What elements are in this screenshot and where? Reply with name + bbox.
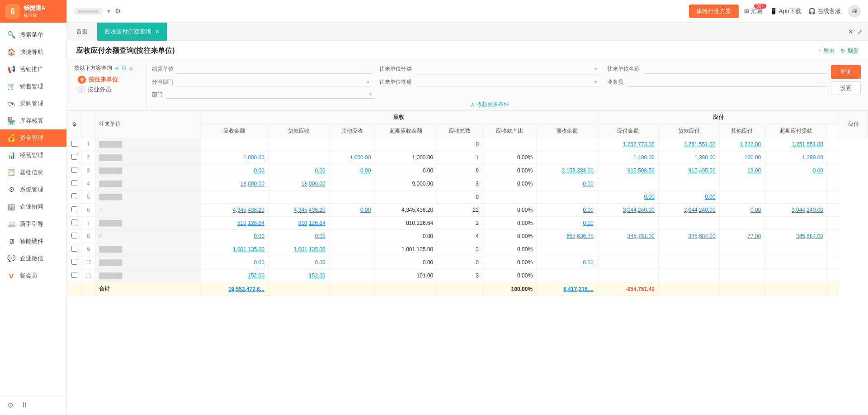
- row-ar-amount[interactable]: 18,000.00: [200, 177, 268, 191]
- row-ap-amount[interactable]: 345,761.00: [597, 230, 658, 243]
- row-ar-amount[interactable]: 152.00: [200, 269, 268, 282]
- setting-button[interactable]: 设置: [831, 81, 861, 95]
- row-ar-amount[interactable]: 1,000.00: [200, 151, 268, 164]
- promote-button[interactable]: 体验行业方案: [689, 5, 739, 18]
- row-ar-loan[interactable]: 0.00: [268, 256, 329, 269]
- row-checkbox-cell[interactable]: [67, 256, 82, 269]
- row-ap-amount[interactable]: 1,252,773.00: [597, 138, 658, 151]
- row-ar-other[interactable]: 0.00: [329, 164, 375, 177]
- export-button[interactable]: ↑ 导出: [819, 47, 835, 55]
- row-ar-prepaid[interactable]: 0.00: [537, 217, 598, 230]
- sidebar-item-wechat[interactable]: 💬 企业微信: [0, 250, 66, 267]
- partner-category-select[interactable]: ▼: [415, 65, 599, 73]
- department-select[interactable]: ▼: [166, 91, 375, 99]
- row-checkbox[interactable]: [71, 233, 77, 239]
- row-checkbox-cell[interactable]: [67, 204, 82, 217]
- sidebar-item-hardware[interactable]: 🖥 智能硬件: [0, 233, 66, 250]
- row-ap-loan[interactable]: 3,044,240.00: [658, 204, 719, 217]
- online-service-btn[interactable]: 🎧 在线客服: [808, 7, 841, 15]
- table-settings-col[interactable]: ⚙: [67, 111, 82, 138]
- footer-ar-prepaid[interactable]: 6,417,215....: [537, 282, 598, 296]
- sidebar-item-baseinfo[interactable]: 📋 基础信息: [0, 164, 66, 181]
- row-ar-amount[interactable]: 810,126.64: [200, 217, 268, 230]
- row-checkbox-cell[interactable]: [67, 269, 82, 282]
- header-gear-icon[interactable]: ⚙: [115, 7, 121, 15]
- row-ap-overdue[interactable]: 345,684.00: [765, 230, 827, 243]
- row-ar-prepaid[interactable]: 0.00: [537, 177, 598, 191]
- filter-add-icon[interactable]: +: [115, 64, 119, 72]
- row-ap-other[interactable]: 77.00: [719, 230, 765, 243]
- row-ap-overdue[interactable]: 0.00: [765, 164, 827, 177]
- row-ap-other[interactable]: 100.00: [719, 151, 765, 164]
- row-ap-loan[interactable]: 345,684.00: [658, 230, 719, 243]
- row-checkbox-cell[interactable]: [67, 217, 82, 230]
- row-ar-prepaid[interactable]: 0.00: [537, 256, 598, 269]
- filter-collapse-icon[interactable]: «: [129, 65, 132, 72]
- row-checkbox-cell[interactable]: [67, 243, 82, 256]
- row-ar-prepaid[interactable]: 0.00: [537, 204, 598, 217]
- row-ap-loan[interactable]: 0.00: [658, 191, 719, 204]
- settlement-unit-input[interactable]: ···: [177, 64, 372, 74]
- row-ar-amount[interactable]: 0.00: [200, 230, 268, 243]
- row-ap-amount[interactable]: 0.00: [597, 191, 658, 204]
- sidebar-item-sales[interactable]: 🛒 销售管理: [0, 78, 66, 95]
- refresh-button[interactable]: ↻ 刷新: [840, 47, 859, 55]
- user-avatar[interactable]: Rit: [848, 5, 861, 18]
- row-checkbox[interactable]: [71, 272, 77, 278]
- tab-close-icon[interactable]: ✕: [155, 29, 160, 35]
- row-ap-overdue[interactable]: 1,390.00: [765, 151, 827, 164]
- sidebar-item-search[interactable]: 🔍 搜索菜单: [0, 26, 66, 43]
- row-ar-other[interactable]: 1,000.00: [329, 151, 375, 164]
- row-checkbox[interactable]: [71, 141, 77, 147]
- row-ap-amount[interactable]: 3,044,240.00: [597, 204, 658, 217]
- row-ap-other[interactable]: 0.00: [719, 204, 765, 217]
- tab-arquery[interactable]: 应收应付余额查询 ✕: [97, 23, 167, 41]
- salesperson-input[interactable]: ···: [627, 77, 827, 87]
- scheme-option-partner[interactable]: 业 按往来单位: [78, 76, 141, 84]
- row-ar-loan[interactable]: 4,345,436.20: [268, 204, 329, 217]
- sidebar-footer-settings-icon[interactable]: ⚙: [7, 401, 14, 410]
- row-ar-amount[interactable]: 4,345,436.20: [200, 204, 268, 217]
- app-download-btn[interactable]: 📱 App下载: [770, 7, 801, 15]
- row-ar-loan[interactable]: 1,001,135.00: [268, 243, 329, 256]
- row-ar-amount[interactable]: 1,001,135.00: [200, 243, 268, 256]
- row-checkbox-cell[interactable]: [67, 138, 82, 151]
- row-checkbox[interactable]: [71, 246, 77, 252]
- row-ar-amount[interactable]: 0.00: [200, 256, 268, 269]
- query-button[interactable]: 查询: [831, 65, 861, 79]
- row-ar-loan[interactable]: 0.00: [268, 164, 329, 177]
- collapse-more-btn[interactable]: ∧ 收起更多条件: [152, 100, 827, 108]
- row-checkbox[interactable]: [71, 206, 77, 212]
- row-checkbox[interactable]: [71, 259, 77, 265]
- sidebar-item-warehouse[interactable]: 🏪 库存核算: [0, 112, 66, 129]
- row-ar-other[interactable]: 0.00: [329, 204, 375, 217]
- row-ar-loan[interactable]: 152.00: [268, 269, 329, 282]
- row-ar-loan[interactable]: 18,000.00: [268, 177, 329, 191]
- row-ap-overdue[interactable]: 3,044,240.00: [765, 204, 827, 217]
- row-ar-loan[interactable]: 0.00: [268, 230, 329, 243]
- row-ap-other[interactable]: 13.00: [719, 164, 765, 177]
- row-checkbox[interactable]: [71, 180, 77, 186]
- row-checkbox-cell[interactable]: [67, 164, 82, 177]
- row-ap-loan[interactable]: 915,495.56: [658, 164, 719, 177]
- partner-nature-select[interactable]: ▼: [415, 78, 599, 86]
- row-ap-loan[interactable]: 1,390.00: [658, 151, 719, 164]
- partner-name-input[interactable]: [643, 64, 827, 74]
- tab-expand-icon[interactable]: ⤢: [857, 28, 863, 35]
- row-checkbox[interactable]: [71, 219, 77, 225]
- scheme-option-salesperson[interactable]: ◎ 按业务员: [78, 86, 141, 94]
- row-ar-amount[interactable]: 0.00: [200, 164, 268, 177]
- row-ap-loan[interactable]: 1,251,551.00: [658, 138, 719, 151]
- row-checkbox-cell[interactable]: [67, 151, 82, 164]
- row-checkbox[interactable]: [71, 167, 77, 173]
- row-ar-loan[interactable]: 810,126.64: [268, 217, 329, 230]
- sidebar-item-marketing[interactable]: 📢 营销推广: [0, 61, 66, 78]
- row-ar-prepaid[interactable]: 655,636.75: [537, 230, 598, 243]
- dept-manager-select[interactable]: ▼: [177, 78, 372, 86]
- row-checkbox[interactable]: [71, 193, 77, 199]
- filter-edit-icon[interactable]: ⊙: [122, 65, 127, 72]
- sidebar-item-operations[interactable]: 📊 经营管理: [0, 147, 66, 164]
- row-checkbox-cell[interactable]: [67, 191, 82, 204]
- sidebar-item-finance[interactable]: 💰 资金管理: [0, 129, 66, 147]
- row-ap-overdue[interactable]: 1,251,551.00: [765, 138, 827, 151]
